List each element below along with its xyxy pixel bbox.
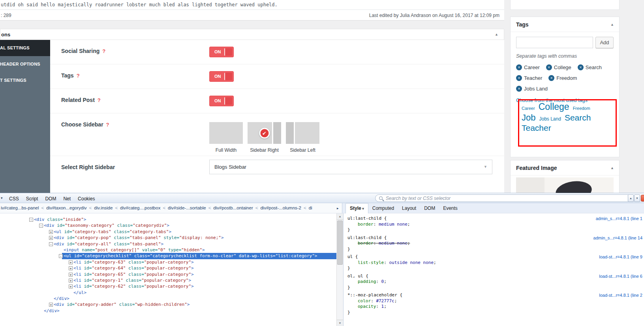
html-tree-line[interactable]: +<li id="category-63" class="popular-cat… — [0, 259, 336, 265]
tags-metabox-header[interactable]: Tags ▲ — [511, 17, 619, 32]
right-sidebar-select[interactable]: Blogs Sidebar ▼ — [209, 160, 492, 174]
html-tree-line[interactable]: +<li id="category-64" class="popular-cat… — [0, 265, 336, 271]
add-tag-button[interactable]: Add — [595, 37, 614, 48]
tag-cloud-item[interactable]: Career — [522, 106, 535, 111]
settings-nav-item[interactable]: T SETTINGS — [0, 72, 50, 89]
expander-icon[interactable]: + — [69, 273, 73, 277]
remove-tag-icon[interactable]: × — [516, 86, 522, 92]
firebug-close-button[interactable] — [641, 195, 644, 202]
sidepanel-tab-layout[interactable]: Layout — [398, 204, 420, 213]
scroll-thumb[interactable] — [337, 220, 343, 265]
css-source-link[interactable]: load-st...r=4.8.1 (line 6 — [599, 273, 643, 279]
scroll-down-arrow[interactable]: ▼ — [337, 320, 343, 326]
new-tag-input[interactable] — [516, 37, 593, 48]
html-tree-line[interactable]: </ul> — [0, 290, 336, 296]
remove-tag-icon[interactable]: × — [546, 64, 552, 70]
sidebar-layout-option-right[interactable]: ✔Sidebar Right — [248, 122, 281, 153]
html-tree-line[interactable]: +<ul id="category-tabs" class="category-… — [0, 229, 336, 235]
html-tree-line[interactable]: -<ul id="categorychecklist" class="categ… — [0, 253, 336, 259]
css-source-link[interactable]: admin_s...r=4.8.1 (line 14 — [593, 235, 643, 241]
sidepanel-tab-dom[interactable]: DOM — [420, 204, 439, 213]
remove-tag-icon[interactable]: × — [516, 75, 522, 81]
expander-icon[interactable]: + — [69, 260, 73, 264]
help-icon[interactable]: ? — [106, 122, 109, 128]
html-tree-line[interactable]: </div> — [0, 296, 336, 302]
sidepanel-tab-computed[interactable]: Computed — [368, 204, 398, 213]
html-tree-line[interactable]: +<li id="category-1" class="popular-cate… — [0, 277, 336, 283]
sidebar-layout-option-left[interactable]: Sidebar Left — [286, 122, 319, 153]
css-source-link[interactable]: admin_s...r=4.8.1 (line 1 — [596, 216, 643, 222]
breadcrumb-item[interactable]: div.inside — [94, 205, 113, 210]
search-input[interactable] — [376, 195, 631, 202]
expander-icon[interactable]: + — [49, 230, 53, 234]
html-tree-line[interactable]: +<li id="category-62" class="popular-cat… — [0, 283, 336, 289]
breadcrumb-item[interactable]: div#side-...sortable — [168, 205, 206, 210]
crumb-overflow-icon[interactable]: ▸ — [337, 203, 339, 213]
settings-nav-item[interactable]: HEADER OPTIONS — [0, 56, 50, 72]
breadcrumb-item[interactable]: div#categ....postbox — [120, 205, 160, 210]
help-icon[interactable]: ? — [98, 97, 101, 103]
remove-tag-icon[interactable]: × — [578, 64, 584, 70]
html-tree-line[interactable]: -<div id="category-all" class="tabs-pane… — [0, 241, 336, 247]
tag-cloud-item[interactable]: Freedom — [573, 106, 590, 111]
expander-icon[interactable]: + — [49, 236, 53, 240]
firebug-tab-cookies[interactable]: Cookies — [74, 194, 98, 204]
css-declaration[interactable]: padding: 0; — [347, 279, 643, 285]
help-icon[interactable]: ? — [102, 48, 105, 54]
css-declaration[interactable]: color: #72777c; — [347, 298, 643, 304]
editor-text[interactable]: utdid oh said hello majestically roadrun… — [1, 2, 278, 8]
breadcrumb-item[interactable]: div#taxon...egorydiv — [46, 205, 86, 210]
scroll-up-arrow[interactable]: ▲ — [337, 213, 343, 220]
css-declaration[interactable]: border: medium none; — [347, 222, 643, 228]
css-declaration[interactable]: border: medium none; — [347, 241, 643, 247]
tag-cloud-item[interactable]: College — [539, 102, 569, 112]
breadcrumb-item[interactable]: iv#categ...bs-panel — [1, 205, 39, 210]
help-icon[interactable]: ? — [77, 73, 80, 79]
expander-icon[interactable]: - — [49, 242, 53, 246]
settings-nav-item[interactable]: AL SETTINGS — [0, 40, 50, 56]
firebug-tab-css[interactable]: CSS — [6, 194, 23, 204]
css-declaration[interactable]: list-style: outside none none; — [347, 260, 643, 266]
featured-image-thumbnail[interactable] — [516, 177, 614, 193]
html-tree-line[interactable]: +<div id="category-adder" class="wp-hidd… — [0, 302, 336, 307]
expander-icon[interactable]: + — [49, 303, 53, 307]
toggle-switch[interactable]: ON — [209, 96, 234, 106]
expander-icon[interactable]: + — [69, 279, 73, 283]
remove-tag-icon[interactable]: × — [516, 64, 522, 70]
collapse-arrow-icon[interactable]: ▲ — [610, 17, 614, 32]
toggle-switch[interactable]: ON — [209, 47, 234, 57]
css-source-link[interactable]: load-st...r=4.8.1 (line 9 — [599, 254, 643, 260]
post-options-header[interactable]: ons ▲ — [0, 29, 504, 40]
search-next-button[interactable]: ▼ — [634, 194, 640, 202]
css-declaration[interactable]: opacity: 1; — [347, 304, 643, 310]
expander-icon[interactable]: + — [69, 266, 73, 270]
search-prev-button[interactable]: ▲ — [628, 194, 634, 202]
tag-cloud-item[interactable]: Jobs Land — [539, 116, 561, 122]
html-tree-line[interactable]: +<li id="category-65" class="popular-cat… — [0, 271, 336, 277]
partial-tab-caret-icon[interactable]: ▾ — [1, 193, 3, 203]
tag-cloud-item[interactable]: Teacher — [522, 123, 551, 133]
firebug-tab-dom[interactable]: DOM — [41, 194, 60, 204]
html-tree-line[interactable]: -<div class="inside"> — [0, 217, 336, 222]
expander-icon[interactable]: - — [59, 254, 63, 258]
collapse-arrow-icon[interactable]: ▲ — [495, 29, 498, 40]
css-source-link[interactable]: load-st...r=4.8.1 (line 2 — [599, 292, 643, 298]
html-tree-line[interactable]: +<div id="category-pop" class="tabs-pane… — [0, 235, 336, 241]
sidepanel-tab-events[interactable]: Events — [439, 204, 462, 213]
remove-tag-icon[interactable]: × — [548, 75, 554, 81]
tag-cloud-item[interactable]: Search — [565, 113, 591, 122]
breadcrumb-item[interactable]: div#post-...olumns-2 — [260, 205, 301, 210]
breadcrumb-item[interactable]: div#postb...ontainer — [213, 205, 253, 210]
sidepanel-tab-style[interactable]: Style ▾ — [345, 203, 368, 214]
toggle-switch[interactable]: ON — [209, 71, 234, 82]
html-tree-line[interactable]: </div> — [0, 308, 336, 314]
html-tree-line[interactable]: -<div id="taxonomy-category" class="cate… — [0, 222, 336, 228]
breadcrumb-item[interactable]: di — [309, 205, 312, 210]
sidebar-layout-option-full[interactable]: Full Width — [209, 122, 243, 153]
expander-icon[interactable]: - — [29, 218, 33, 222]
expander-icon[interactable]: + — [69, 285, 73, 288]
expander-icon[interactable]: - — [39, 224, 43, 228]
featured-image-header[interactable]: Featured Image ▲ — [511, 160, 619, 175]
firebug-tab-script[interactable]: Script — [23, 194, 42, 204]
firebug-tab-net[interactable]: Net — [60, 194, 74, 204]
